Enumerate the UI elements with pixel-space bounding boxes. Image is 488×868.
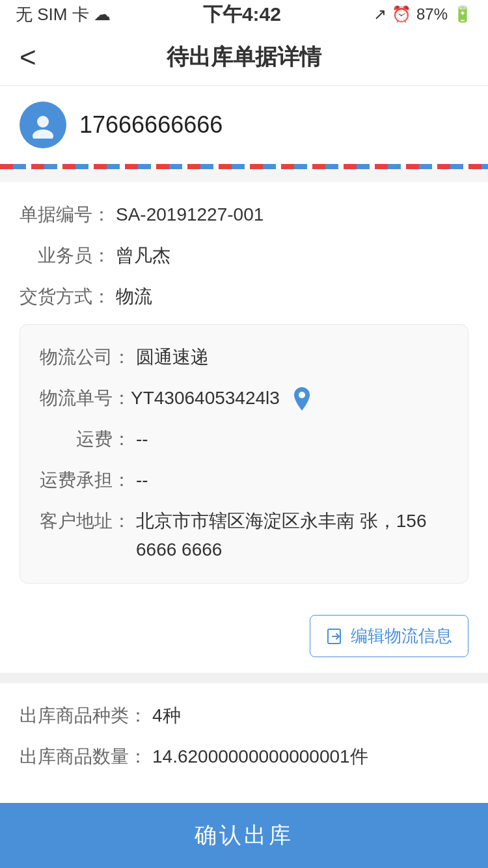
customer-header: 17666666666 [0, 86, 488, 164]
back-icon: < [20, 41, 36, 73]
address-value: 北京市市辖区海淀区永丰南 张，156 6666 6666 [136, 507, 448, 565]
goods-types-row: 出库商品种类： 4种 [20, 701, 468, 731]
edit-btn-row: 编辑物流信息 [0, 602, 488, 673]
confirm-button-label: 确认出库 [195, 821, 293, 850]
battery-level: 87% [416, 5, 448, 23]
status-time: 下午4:42 [203, 1, 281, 28]
address-row: 客户地址： 北京市市辖区海淀区永丰南 张，156 6666 6666 [40, 507, 448, 565]
location-icon-status: ↗ [373, 5, 386, 23]
order-info-section: 单据编号： SA-20191227-001 业务员： 曾凡杰 交货方式： 物流 … [0, 182, 488, 602]
salesman-value: 曾凡杰 [116, 241, 468, 271]
order-number-value: SA-20191227-001 [116, 200, 468, 230]
status-right: ↗ ⏰ 87% 🔋 [373, 5, 472, 23]
address-label: 客户地址： [40, 507, 131, 536]
freight-bearer-label: 运费承担： [40, 466, 131, 495]
section-divider-1 [0, 673, 488, 683]
svg-point-2 [299, 392, 305, 398]
salesman-row: 业务员： 曾凡杰 [20, 241, 468, 271]
goods-quantity-label: 出库商品数量： [20, 742, 147, 772]
logistics-tracking-label: 物流单号： [40, 384, 131, 413]
dashed-divider [0, 164, 488, 169]
svg-point-0 [37, 116, 49, 128]
status-left: 无 SIM 卡 ☁ [16, 3, 111, 26]
status-bar: 无 SIM 卡 ☁ 下午4:42 ↗ ⏰ 87% 🔋 [0, 0, 488, 29]
battery-icon: 🔋 [453, 5, 472, 23]
nav-bar: < 待出库单据详情 [0, 29, 488, 86]
freight-value: -- [136, 425, 448, 454]
logistics-company-label: 物流公司： [40, 343, 131, 372]
goods-section: 出库商品种类： 4种 出库商品数量： 14.62000000000000001件 [0, 683, 488, 790]
alarm-icon: ⏰ [392, 5, 411, 23]
logistics-tracking-value: YT43064053424l3 [131, 384, 280, 413]
freight-label: 运费： [40, 425, 131, 454]
freight-row: 运费： -- [40, 425, 448, 454]
page-title: 待出库单据详情 [167, 42, 321, 72]
back-button[interactable]: < [20, 43, 36, 72]
sim-status: 无 SIM 卡 ☁ [16, 3, 111, 26]
goods-types-value: 4种 [152, 701, 468, 731]
order-number-label: 单据编号： [20, 200, 111, 230]
goods-quantity-value: 14.62000000000000001件 [152, 742, 468, 772]
logistics-tracking-row: 物流单号： YT43064053424l3 [40, 384, 448, 413]
map-pin-icon[interactable] [289, 386, 315, 412]
freight-bearer-row: 运费承担： -- [40, 466, 448, 495]
goods-types-label: 出库商品种类： [20, 701, 147, 731]
logistics-company-value: 圆通速递 [136, 343, 448, 372]
avatar [20, 102, 66, 148]
edit-logistics-label: 编辑物流信息 [351, 625, 452, 647]
freight-bearer-value: -- [136, 466, 448, 495]
order-number-row: 单据编号： SA-20191227-001 [20, 200, 468, 230]
goods-quantity-row: 出库商品数量： 14.62000000000000001件 [20, 742, 468, 772]
svg-point-1 [33, 129, 53, 139]
logistics-company-row: 物流公司： 圆通速递 [40, 343, 448, 372]
delivery-row: 交货方式： 物流 [20, 282, 468, 312]
logistics-card: 物流公司： 圆通速递 物流单号： YT43064053424l3 运费： -- … [20, 324, 468, 584]
confirm-button[interactable]: 确认出库 [0, 803, 488, 868]
edit-logistics-button[interactable]: 编辑物流信息 [310, 615, 468, 657]
customer-phone: 17666666666 [79, 111, 223, 139]
delivery-value: 物流 [116, 282, 468, 312]
edit-icon [326, 627, 344, 645]
salesman-label: 业务员： [20, 241, 111, 271]
delivery-label: 交货方式： [20, 282, 111, 312]
